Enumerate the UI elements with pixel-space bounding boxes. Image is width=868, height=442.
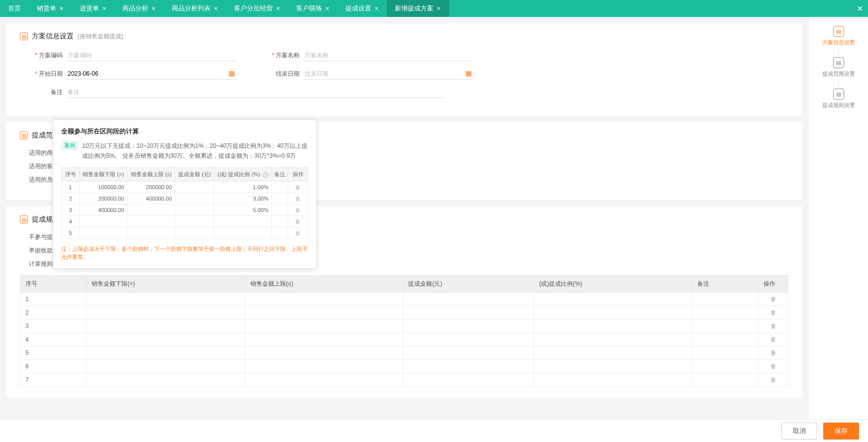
label-code: 方案编码: [29, 51, 63, 60]
interval-full-tooltip: 全额参与所在区间段的计算 案例 10万元以下无提成；10~20万元提成比例为1%…: [53, 119, 317, 269]
tab[interactable]: 商品分析列表✕: [164, 0, 226, 17]
table-row[interactable]: 1🗑: [20, 293, 788, 306]
table-header: 操作: [288, 167, 308, 181]
table-header: (或) 提成比例 (%) ?: [214, 167, 272, 181]
tab[interactable]: 进货单✕: [72, 0, 114, 17]
label-end-date: 结束日期: [266, 70, 300, 78]
table-row[interactable]: 4🗑: [20, 333, 788, 346]
table-header: 操作: [759, 276, 788, 293]
tab-label: 首页: [8, 4, 21, 13]
section-icon: ▤: [20, 131, 28, 139]
anchor-nav: ▤ 方案信息设置 ▤ 提成范围设置 ▤ 提成规则设置: [808, 17, 868, 419]
delete-icon[interactable]: 🗑: [295, 230, 301, 236]
section-subtitle: (按销售金额提成): [78, 32, 123, 41]
delete-icon[interactable]: 🗑: [770, 363, 776, 370]
tabbar: 首页销货单✕进货单✕商品分析✕商品分析列表✕客户分层经营✕客户联络✕提成设置✕新…: [0, 0, 868, 17]
table-header: 提成金额(元): [403, 276, 534, 293]
nav-icon: ▤: [833, 57, 844, 68]
table-header: 销售金额下限 (>): [80, 167, 127, 181]
table-row: 1100000.00200000.001.00%🗑: [62, 181, 308, 193]
tooltip-note: 注：上限必须大于下限；多个阶梯时，下一个阶梯下限要等于前一阶梯上限；不同行之间下…: [61, 245, 308, 261]
tab[interactable]: 首页: [0, 0, 29, 17]
delete-icon[interactable]: 🗑: [295, 196, 301, 202]
rules-table: 序号销售金额下限(>)销售金额上限(≤)提成金额(元)(或)提成比例(%)备注操…: [20, 275, 788, 387]
table-header: 备注: [272, 167, 288, 181]
input-start-date[interactable]: [67, 68, 236, 80]
tab[interactable]: 客户联络✕: [288, 0, 337, 17]
table-row: 4🗑: [62, 216, 308, 227]
delete-icon[interactable]: 🗑: [770, 376, 776, 383]
delete-icon[interactable]: 🗑: [770, 296, 776, 303]
tab-label: 提成设置: [345, 4, 371, 13]
delete-icon[interactable]: 🗑: [295, 184, 301, 190]
tab[interactable]: 销货单✕: [29, 0, 72, 17]
delete-icon[interactable]: 🗑: [770, 323, 776, 330]
input-remark[interactable]: [67, 87, 445, 98]
table-header: 提成金额 (元): [175, 167, 214, 181]
table-row[interactable]: 6🗑: [20, 360, 788, 373]
delete-icon[interactable]: 🗑: [770, 336, 776, 343]
tooltip-case-text: 10万元以下无提成；10~20万元提成比例为1%；20~40万提成比例为3%；4…: [82, 141, 308, 161]
tab-label: 新增提成方案: [395, 4, 434, 13]
section-icon: ▤: [20, 216, 28, 223]
input-code[interactable]: [67, 50, 236, 61]
delete-icon[interactable]: 🗑: [295, 219, 301, 224]
table-row[interactable]: 3🗑: [20, 320, 788, 333]
label-calc-rule: 计算规则: [29, 260, 53, 268]
section-title: 方案信息设置: [32, 32, 74, 41]
tab-label: 客户分层经营: [234, 4, 273, 13]
nav-rules[interactable]: ▤ 提成规则设置: [822, 89, 855, 109]
tab-label: 进货单: [80, 4, 99, 13]
info-icon: ?: [263, 172, 268, 178]
delete-icon[interactable]: 🗑: [770, 309, 776, 316]
close-icon[interactable]: ✕: [436, 5, 441, 12]
nav-scheme-info[interactable]: ▤ 方案信息设置: [822, 26, 855, 46]
table-header: 序号: [20, 276, 87, 293]
nav-icon: ▤: [833, 89, 844, 100]
label-start-date: 开始日期: [29, 70, 63, 78]
nav-icon: ▤: [833, 26, 844, 37]
input-end-date[interactable]: [304, 68, 473, 80]
table-header: 销售金额下限(>): [86, 276, 245, 293]
section-icon: ▤: [20, 32, 28, 40]
tab[interactable]: 商品分析✕: [114, 0, 164, 17]
close-icon[interactable]: ✕: [276, 5, 280, 12]
tooltip-title: 全额参与所在区间段的计算: [61, 127, 308, 136]
nav-scope[interactable]: ▤ 提成范围设置: [822, 57, 855, 78]
table-header: 备注: [692, 276, 759, 293]
close-icon[interactable]: ✕: [214, 5, 218, 12]
table-row: 3400000.005.00%🗑: [62, 204, 308, 216]
tab[interactable]: 新增提成方案✕: [387, 0, 449, 17]
tab[interactable]: 提成设置✕: [337, 0, 387, 17]
table-row[interactable]: 2🗑: [20, 306, 788, 320]
input-name[interactable]: [304, 50, 473, 61]
delete-icon[interactable]: 🗑: [770, 349, 776, 356]
tab-label: 商品分析列表: [172, 4, 211, 13]
close-icon[interactable]: ✕: [59, 5, 64, 12]
table-header: 销售金额上限(≤): [245, 276, 403, 293]
label-remark: 备注: [29, 88, 63, 97]
table-row[interactable]: 7🗑: [20, 373, 788, 387]
table-header: (或)提成比例(%): [534, 276, 692, 293]
tooltip-case-tag: 案例: [61, 141, 78, 150]
delete-icon[interactable]: 🗑: [295, 207, 301, 213]
table-header: 序号: [62, 167, 80, 181]
table-row[interactable]: 5🗑: [20, 346, 788, 360]
tab-label: 销货单: [37, 4, 56, 13]
tabbar-close-all[interactable]: ✕: [851, 0, 868, 17]
tab[interactable]: 客户分层经营✕: [226, 0, 288, 17]
table-row: 2200000.00400000.003.00%🗑: [62, 193, 308, 204]
close-icon[interactable]: ✕: [102, 5, 107, 12]
close-icon[interactable]: ✕: [151, 5, 156, 12]
close-icon[interactable]: ✕: [325, 5, 329, 12]
label-name: 方案名称: [266, 51, 300, 60]
tooltip-table: 序号销售金额下限 (>)销售金额上限 (≤)提成金额 (元)(或) 提成比例 (…: [61, 167, 308, 239]
table-row: 5🗑: [62, 227, 308, 238]
close-icon[interactable]: ✕: [374, 5, 379, 12]
section-scheme-info: ▤ 方案信息设置 (按销售金额提成) 方案编码 方案名称 开始日期: [6, 23, 802, 116]
tab-label: 客户联络: [296, 4, 322, 13]
tab-label: 商品分析: [122, 4, 148, 13]
table-header: 销售金额上限 (≤): [127, 167, 175, 181]
